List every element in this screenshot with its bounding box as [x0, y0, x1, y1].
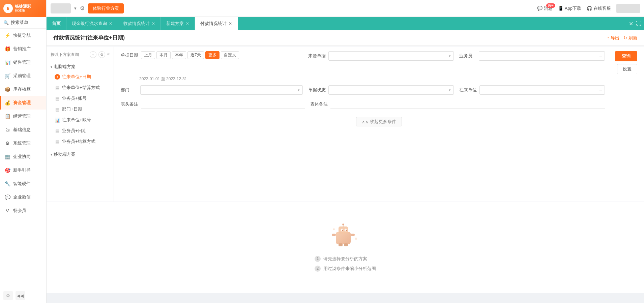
sidebar-nav: ⚡快捷导航🎁营销推广📊销售管理🛒采购管理📦库存核算💰资金管理📋经营管理🗂基础信息… — [0, 29, 46, 288]
sidebar-item-marketing[interactable]: 🎁营销推广 — [0, 42, 46, 56]
source-select[interactable]: ▾ — [328, 51, 454, 61]
scheme-group-header[interactable]: ▾移动端方案 — [47, 150, 114, 159]
date-range-display: 2022-01-01 至 2022-12-31 — [139, 76, 637, 82]
sidebar-item-hardware[interactable]: 🔧智能硬件 — [0, 177, 46, 190]
refresh-button[interactable]: ↻ 刷新 — [623, 35, 637, 41]
collapse-more-button[interactable]: ∧∧ 收起更多条件 — [356, 117, 402, 126]
scheme-settings-button[interactable]: ⚙ — [98, 51, 105, 58]
add-scheme-button[interactable]: + — [90, 51, 96, 58]
tab-close-payment-stats[interactable]: ✕ — [229, 21, 232, 26]
tab-receipt-stats[interactable]: 收款情况统计✕ — [118, 17, 161, 30]
tab-close-new-scheme[interactable]: ✕ — [186, 21, 189, 26]
hardware-icon: 🔧 — [4, 181, 10, 187]
sidebar-item-quick-nav[interactable]: ⚡快捷导航 — [0, 29, 46, 42]
svg-point-7 — [342, 223, 344, 225]
source-select-arrow-icon: ▾ — [449, 54, 451, 58]
scheme-item-往来单位+账号[interactable]: 📊往来单位+账号 — [47, 115, 114, 125]
message-icon: 💬 — [537, 6, 543, 11]
scheme-item-部门+日期[interactable]: ▤部门+日期 — [47, 104, 114, 115]
member-icon: V — [4, 208, 10, 214]
date-btn-上月[interactable]: 上月 — [141, 51, 155, 59]
filter-salesperson-item: 业务员 ··· — [459, 51, 605, 61]
partner-select[interactable]: ··· — [479, 85, 605, 95]
topbar-gear-icon[interactable]: ⚙ — [80, 5, 85, 11]
empty-hint-1: 1 请先选择要分析的方案 — [315, 255, 376, 263]
sidebar-header: 6 畅捷通彩 标准版 — [0, 0, 46, 17]
app-download-button[interactable]: 📱 App下载 — [558, 5, 581, 11]
export-button[interactable]: ↑ 导出 — [607, 35, 620, 41]
filter-date-item: 单据日期 上月本月本年近7天更多自定义 — [121, 51, 303, 59]
dept-select-arrow-icon: ▾ — [298, 88, 300, 92]
sidebar-item-operation[interactable]: 📋经营管理 — [0, 110, 46, 123]
search-icon: 🔍 — [3, 20, 9, 25]
sidebar-item-guide[interactable]: 🎯新手引导 — [0, 163, 46, 177]
filter-actions: 查询 设置 — [610, 51, 637, 74]
date-btn-本年[interactable]: 本年 — [172, 51, 186, 59]
weixin-icon: 💬 — [4, 194, 10, 200]
date-btn-更多[interactable]: 更多 — [205, 51, 219, 59]
sidebar-item-sales[interactable]: 📊销售管理 — [0, 56, 46, 69]
sidebar-item-member[interactable]: V畅会员 — [0, 204, 46, 217]
filter-row-3: 表头备注 表体备注 — [121, 99, 637, 109]
partner-label: 往来单位 — [459, 87, 477, 93]
headset-icon: 🎧 — [587, 6, 592, 11]
doc-status-select[interactable]: ▾ — [328, 85, 454, 95]
sidebar-item-basic-info[interactable]: 🗂基础信息 — [0, 123, 46, 137]
tab-new-scheme[interactable]: 新建方案✕ — [161, 17, 195, 30]
date-btn-自定义[interactable]: 自定义 — [221, 51, 239, 59]
expand-tabs-button[interactable]: ⛶ — [636, 21, 641, 27]
trial-industry-button[interactable]: 体验行业方案 — [88, 3, 124, 13]
scheme-item-业务员+结算方式[interactable]: ▤业务员+结算方式 — [47, 136, 114, 147]
dept-select[interactable]: ▾ — [140, 85, 303, 95]
scheme-group-header[interactable]: ▾电脑端方案 — [47, 62, 114, 71]
scheme-panel-header: 按以下方案查询 + ⚙ « — [47, 50, 114, 61]
date-btn-近7天[interactable]: 近7天 — [187, 51, 204, 59]
sidebar-item-inventory[interactable]: 📦库存核算 — [0, 83, 46, 96]
scheme-item-table-icon: ▤ — [55, 85, 60, 90]
page-title: 付款情况统计(往来单位+日期) — [53, 34, 125, 41]
tab-payment-stats[interactable]: 付款情况统计✕ — [195, 17, 238, 30]
footer-gear-button[interactable]: ⚙ — [3, 291, 13, 300]
online-service-button[interactable]: 🎧 在线客服 — [587, 5, 611, 11]
salesperson-select[interactable]: ··· — [479, 51, 605, 61]
scheme-item-业务员+账号[interactable]: ▤业务员+账号 — [47, 93, 114, 104]
salesperson-select-arrow-icon: ··· — [599, 54, 602, 58]
sidebar-item-weixin[interactable]: 💬企业微信 — [0, 190, 46, 204]
body-note-input[interactable] — [330, 99, 605, 109]
filter-source-item: 来源单据 ▾ — [308, 51, 454, 61]
sidebar-item-purchase[interactable]: 🛒采购管理 — [0, 69, 46, 83]
scheme-panel: 按以下方案查询 + ⚙ « ▾电脑端方案●往来单位+日期▤往来单位+结算方式▤业… — [47, 47, 114, 202]
scheme-collapse-button[interactable]: « — [107, 51, 110, 58]
sidebar-item-enterprise[interactable]: 🏢企业协同 — [0, 150, 46, 163]
tab-close-bank[interactable]: ✕ — [109, 21, 112, 26]
quick-nav-icon: ⚡ — [4, 32, 10, 38]
query-button[interactable]: 查询 — [615, 51, 637, 61]
dept-label: 部门 — [121, 87, 138, 93]
sidebar-item-system[interactable]: ⚙系统管理 — [0, 137, 46, 150]
search-menu[interactable]: 🔍 搜索菜单 — [0, 17, 46, 29]
body-note-label: 表体备注 — [310, 101, 328, 107]
system-icon: ⚙ — [4, 140, 10, 146]
tab-close-receipt-stats[interactable]: ✕ — [152, 21, 155, 26]
header-note-label: 表头备注 — [121, 101, 138, 107]
settings-button[interactable]: 设置 — [617, 64, 637, 74]
topbar-chevron-icon[interactable]: ▾ — [74, 6, 77, 11]
message-button[interactable]: 💬 消息 99+ — [537, 5, 553, 11]
basic-info-icon: 🗂 — [4, 127, 10, 133]
brand-name: 畅捷通彩 标准版 — [15, 4, 31, 13]
sidebar-item-funds[interactable]: 💰资金管理 — [0, 96, 46, 110]
header-note-input[interactable] — [141, 99, 305, 109]
svg-rect-10 — [339, 243, 343, 246]
svg-point-4 — [342, 230, 343, 231]
close-all-tabs-button[interactable]: ✕ — [629, 21, 633, 27]
date-btn-本月[interactable]: 本月 — [156, 51, 171, 59]
scheme-item-业务员+日期[interactable]: ▤业务员+日期 — [47, 125, 114, 136]
tab-bank[interactable]: 现金银行流水查询✕ — [66, 17, 118, 30]
tab-home[interactable]: 首页 — [47, 17, 66, 30]
footer-collapse-button[interactable]: ◀◀ — [16, 291, 25, 300]
source-label: 来源单据 — [308, 53, 326, 59]
scheme-item-往来单位+结算方式[interactable]: ▤往来单位+结算方式 — [47, 82, 114, 93]
topbar: ▾ ⚙ 体验行业方案 💬 消息 99+ 📱 App下载 🎧 在线客服 — [47, 0, 644, 17]
enterprise-icon: 🏢 — [4, 154, 10, 160]
scheme-item-往来单位+日期[interactable]: ●往来单位+日期 — [47, 71, 114, 82]
